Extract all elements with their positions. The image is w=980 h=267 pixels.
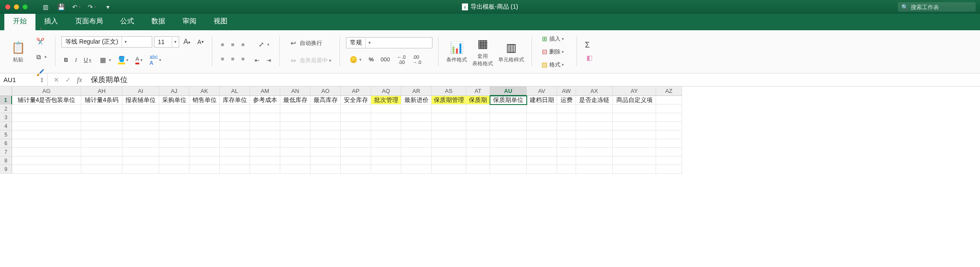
autosave-icon[interactable]: ▥ xyxy=(42,3,49,11)
cell-AU4[interactable] xyxy=(490,122,527,130)
cell-AR7[interactable] xyxy=(401,148,432,156)
cell-AM8[interactable] xyxy=(250,156,280,165)
row-header-3[interactable]: 3 xyxy=(0,113,12,122)
align-center-button[interactable]: ≡ xyxy=(228,54,237,64)
cell-AJ3[interactable] xyxy=(159,113,189,122)
close-window-button[interactable] xyxy=(5,4,10,10)
cell-AQ5[interactable] xyxy=(371,130,401,139)
cell-AX7[interactable] xyxy=(576,148,613,156)
cell-AQ3[interactable] xyxy=(371,113,401,122)
cell-AY4[interactable] xyxy=(613,122,656,130)
cell-AV2[interactable] xyxy=(527,105,557,113)
cell-AG4[interactable] xyxy=(12,122,81,130)
cell-AG8[interactable] xyxy=(12,156,81,165)
cell-AR3[interactable] xyxy=(401,113,432,122)
cell-AW6[interactable] xyxy=(557,139,576,148)
formula-input[interactable]: 保质期单位 xyxy=(88,75,130,85)
cell-AL7[interactable] xyxy=(220,148,250,156)
cell-AR1[interactable]: 最新进价 xyxy=(401,96,432,105)
cell-AZ5[interactable] xyxy=(656,130,682,139)
cell-AX4[interactable] xyxy=(576,122,613,130)
column-header-AM[interactable]: AM xyxy=(250,86,280,96)
cell-AM2[interactable] xyxy=(250,105,280,113)
fill-color-button[interactable]: 🪣 xyxy=(115,54,131,66)
insert-cells-button[interactable]: ⊞ 插入 xyxy=(537,32,572,45)
cell-AG2[interactable] xyxy=(12,105,81,113)
cell-AM9[interactable] xyxy=(250,165,280,174)
cell-AK5[interactable] xyxy=(189,130,220,139)
tab-data[interactable]: 数据 xyxy=(143,13,174,30)
cell-AX2[interactable] xyxy=(576,105,613,113)
cell-AI2[interactable] xyxy=(122,105,159,113)
cell-AL1[interactable]: 库存单位 xyxy=(220,96,250,105)
cell-AZ6[interactable] xyxy=(656,139,682,148)
cell-AR9[interactable] xyxy=(401,165,432,174)
column-header-AK[interactable]: AK xyxy=(189,86,220,96)
column-header-AH[interactable]: AH xyxy=(81,86,122,96)
font-name-combo[interactable]: 等线 Regular (正文) ▾ xyxy=(61,36,152,48)
cell-AY5[interactable] xyxy=(613,130,656,139)
cell-AS6[interactable] xyxy=(432,139,466,148)
percent-button[interactable]: % xyxy=(366,54,376,64)
cell-AN6[interactable] xyxy=(280,139,311,148)
undo-button[interactable]: ↶ xyxy=(73,3,80,11)
cell-AT9[interactable] xyxy=(466,165,490,174)
cell-AX6[interactable] xyxy=(576,139,613,148)
clear-button[interactable]: ◧ xyxy=(582,51,597,64)
paste-button[interactable]: 📋 粘贴 xyxy=(8,39,29,64)
column-header-AI[interactable]: AI xyxy=(122,86,159,96)
cell-AU5[interactable] xyxy=(490,130,527,139)
cell-AL6[interactable] xyxy=(220,139,250,148)
cell-AT2[interactable] xyxy=(466,105,490,113)
name-box[interactable]: AU1 ▲▼ xyxy=(0,73,48,86)
font-color-button[interactable]: A xyxy=(133,54,145,66)
cell-AQ2[interactable] xyxy=(371,105,401,113)
cell-AH7[interactable] xyxy=(81,148,122,156)
cell-AO6[interactable] xyxy=(311,139,341,148)
merge-center-button[interactable]: ⇔ 合并后居中 xyxy=(286,54,334,67)
cell-AY8[interactable] xyxy=(613,156,656,165)
cell-AX5[interactable] xyxy=(576,130,613,139)
cell-AM1[interactable]: 参考成本 xyxy=(250,96,280,105)
cell-AS4[interactable] xyxy=(432,122,466,130)
align-top-button[interactable]: ≡ xyxy=(218,40,227,50)
cell-AL5[interactable] xyxy=(220,130,250,139)
cell-AK2[interactable] xyxy=(189,105,220,113)
cell-AP2[interactable] xyxy=(341,105,371,113)
cell-AY2[interactable] xyxy=(613,105,656,113)
cell-AQ4[interactable] xyxy=(371,122,401,130)
name-box-stepper[interactable]: ▲▼ xyxy=(40,77,44,83)
cell-AY7[interactable] xyxy=(613,148,656,156)
tab-page-layout[interactable]: 页面布局 xyxy=(67,13,112,30)
cell-AH1[interactable]: 辅计量4条码 xyxy=(81,96,122,105)
row-header-8[interactable]: 8 xyxy=(0,156,12,165)
align-bottom-button[interactable]: ≡ xyxy=(239,40,247,50)
cell-AY6[interactable] xyxy=(613,139,656,148)
cell-AI1[interactable]: 报表辅单位 xyxy=(122,96,159,105)
row-header-1[interactable]: 1 xyxy=(0,96,12,105)
currency-button[interactable]: 🪙 xyxy=(346,53,364,66)
cell-AZ9[interactable] xyxy=(656,165,682,174)
cell-AX8[interactable] xyxy=(576,156,613,165)
italic-button[interactable]: I xyxy=(72,55,79,65)
cell-AW2[interactable] xyxy=(557,105,576,113)
select-all-corner[interactable] xyxy=(0,86,12,96)
cell-AV4[interactable] xyxy=(527,122,557,130)
cell-AR4[interactable] xyxy=(401,122,432,130)
cell-AY9[interactable] xyxy=(613,165,656,174)
cell-AJ6[interactable] xyxy=(159,139,189,148)
cell-AW4[interactable] xyxy=(557,122,576,130)
decrease-font-button[interactable]: A▾ xyxy=(195,37,206,47)
cell-AG9[interactable] xyxy=(12,165,81,174)
font-size-combo[interactable]: 11 ▾ xyxy=(154,36,179,48)
cell-AI9[interactable] xyxy=(122,165,159,174)
cell-AZ2[interactable] xyxy=(656,105,682,113)
cell-AQ6[interactable] xyxy=(371,139,401,148)
paste-dropdown[interactable] xyxy=(31,25,49,32)
cell-AH6[interactable] xyxy=(81,139,122,148)
increase-font-button[interactable]: A▴ xyxy=(181,36,193,48)
cell-AG5[interactable] xyxy=(12,130,81,139)
cell-AK1[interactable]: 销售单位 xyxy=(189,96,220,105)
accept-formula-button[interactable]: ✓ xyxy=(65,76,71,84)
cell-AU1[interactable]: 保质期单位 xyxy=(490,96,527,105)
